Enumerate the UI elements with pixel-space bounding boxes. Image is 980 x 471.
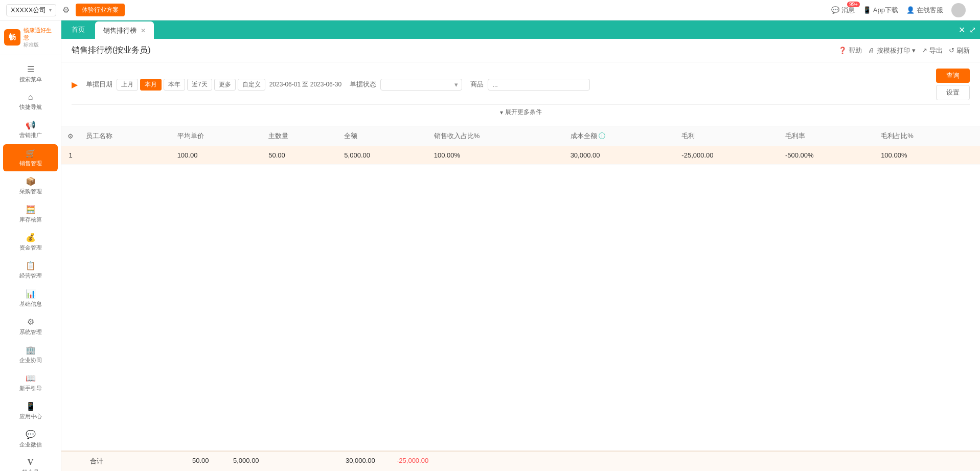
topbar-settings-icon[interactable]: ⚙ <box>60 3 72 17</box>
content-area: 首页 销售排行榜 ✕ ✕ ⤢ 销售排行榜(按业务员) ❓ 帮助 <box>61 20 980 471</box>
expand-row: ▾ 展开更多条件 <box>72 104 970 120</box>
table-area: ⚙ 员工名称 平均单价 主数量 全额 销售收入占比% 成本全额 ⓘ 毛利 毛利率… <box>61 126 980 451</box>
col-sales-pct: 销售收入占比% <box>428 126 564 146</box>
home-icon: ⌂ <box>28 93 33 102</box>
sidebar-item-label: 经营管理 <box>19 272 42 280</box>
online-service-button[interactable]: 👤 在线客服 <box>906 6 943 15</box>
goods-label: 商品 <box>470 80 484 89</box>
row-sales-pct: 100.00% <box>428 146 564 165</box>
date-custom-btn[interactable]: 自定义 <box>238 79 265 91</box>
footer-label: 合计 <box>84 457 145 466</box>
sidebar-item-quick-nav[interactable]: ⌂ 快捷导航 <box>3 88 58 115</box>
trial-button[interactable]: 体验行业方案 <box>76 4 125 16</box>
top-bar: XXXXX公司 ▾ ⚙ 体验行业方案 💬 消息 99+ 📱 App下载 👤 在线… <box>0 0 980 20</box>
tab-bar-actions: ✕ ⤢ <box>959 25 980 35</box>
tab-sales-ranking[interactable]: 销售排行榜 ✕ <box>95 21 154 40</box>
cost-info-icon[interactable]: ⓘ <box>599 132 605 140</box>
tab-label: 销售排行榜 <box>103 26 136 35</box>
help-icon: ❓ <box>838 47 847 54</box>
date-this-year-btn[interactable]: 本年 <box>164 79 185 91</box>
sidebar-item-system[interactable]: ⚙ 系统管理 <box>3 313 58 340</box>
app-download-button[interactable]: 📱 App下载 <box>863 6 898 15</box>
footer-amount: 5,000.00 <box>227 457 278 466</box>
col-settings[interactable]: ⚙ <box>61 126 80 146</box>
status-filter: 单据状态 <box>350 79 462 91</box>
row-amount: 5,000.00 <box>338 146 427 165</box>
col-amount: 全额 <box>338 126 427 146</box>
export-icon: ↗ <box>922 47 927 54</box>
query-button[interactable]: 查询 <box>936 69 970 83</box>
company-name: XXXXX公司 <box>11 6 46 15</box>
setting-button[interactable]: 设置 <box>936 85 970 100</box>
query-btn-area: 查询 设置 <box>936 69 970 100</box>
date-more-btn[interactable]: 更多 <box>214 79 236 91</box>
expand-conditions-button[interactable]: ▾ 展开更多条件 <box>500 108 542 117</box>
sidebar-item-label: 系统管理 <box>19 328 42 336</box>
sidebar-item-wechat[interactable]: 💬 企业微信 <box>3 425 58 453</box>
avatar[interactable] <box>951 3 966 17</box>
print-label: 按模板打印 <box>877 46 910 55</box>
date-btn-group: 上月 本月 本年 近7天 更多 自定义 <box>117 79 265 91</box>
footer-gross: -25,000.00 <box>391 457 442 466</box>
print-button[interactable]: 🖨 按模板打印 ▾ <box>868 46 916 55</box>
col-cost: 成本全额 ⓘ <box>564 126 676 146</box>
sidebar-item-finance[interactable]: 💰 资金管理 <box>3 229 58 256</box>
purchase-icon: 📦 <box>26 176 36 186</box>
date-this-month-btn[interactable]: 本月 <box>140 79 162 91</box>
sidebar-item-label: 企业微信 <box>19 441 42 448</box>
col-gross: 毛利 <box>675 126 779 146</box>
help-button[interactable]: ❓ 帮助 <box>838 46 862 55</box>
sidebar-item-inventory[interactable]: 🧮 库存核算 <box>3 200 58 228</box>
col-avg-price: 平均单价 <box>171 126 263 146</box>
status-select-wrapper <box>380 79 462 91</box>
logo-sub: 标准版 <box>24 41 57 49</box>
sidebar-item-purchase[interactable]: 📦 采购管理 <box>3 172 58 199</box>
sidebar-nav: ☰ 搜索菜单 ⌂ 快捷导航 📢 营销推广 🛒 销售管理 📦 采购管理 🧮 库 <box>0 55 61 471</box>
system-icon: ⚙ <box>27 317 34 327</box>
appstore-icon: 📱 <box>26 401 36 411</box>
expand-icon: ▾ <box>500 109 503 116</box>
page-actions: ❓ 帮助 🖨 按模板打印 ▾ ↗ 导出 ↺ 刷新 <box>838 46 970 55</box>
sidebar-item-enterprise[interactable]: 🏢 企业协同 <box>3 341 58 368</box>
sales-icon: 🛒 <box>26 148 36 158</box>
logo-area: 畅 畅康通好生意 标准版 <box>0 20 61 55</box>
sidebar-item-guide[interactable]: 📖 新手引导 <box>3 369 58 396</box>
date-7days-btn[interactable]: 近7天 <box>187 79 212 91</box>
help-label: 帮助 <box>849 46 862 55</box>
sidebar-item-search-order[interactable]: ☰ 搜索菜单 <box>3 60 58 87</box>
service-icon: 👤 <box>906 6 915 14</box>
sidebar-item-marketing[interactable]: 📢 营销推广 <box>3 116 58 143</box>
refresh-icon: ↺ <box>949 47 954 54</box>
tab-maximize-icon[interactable]: ⤢ <box>969 25 976 35</box>
row-avg-price: 100.00 <box>171 146 263 165</box>
sidebar-item-member[interactable]: V 畅会员 <box>3 454 58 471</box>
page-header: 销售排行榜(按业务员) ❓ 帮助 🖨 按模板打印 ▾ ↗ 导出 <box>61 39 980 62</box>
tab-minimize-icon[interactable]: ✕ <box>959 25 965 35</box>
footer-quantity: 50.00 <box>186 457 227 466</box>
footer-cost: 30,000.00 <box>339 457 391 466</box>
sidebar-item-basic[interactable]: 📊 基础信息 <box>3 285 58 312</box>
refresh-button[interactable]: ↺ 刷新 <box>949 46 970 55</box>
status-select[interactable] <box>380 79 462 91</box>
sidebar-item-label: 应用中心 <box>19 413 42 420</box>
tab-home[interactable]: 首页 <box>61 20 95 39</box>
sidebar-item-label: 销售管理 <box>19 160 42 167</box>
wechat-icon: 💬 <box>26 430 36 439</box>
page-title: 销售排行榜(按业务员) <box>72 45 151 56</box>
export-button[interactable]: ↗ 导出 <box>922 46 943 55</box>
row-gross: -25,000.00 <box>675 146 779 165</box>
sidebar-item-operation[interactable]: 📋 经营管理 <box>3 257 58 284</box>
tab-close-icon[interactable]: ✕ <box>141 27 146 34</box>
sidebar-item-sales[interactable]: 🛒 销售管理 <box>3 144 58 171</box>
footer-settings-cell <box>67 457 84 466</box>
refresh-label: 刷新 <box>956 46 970 55</box>
app-icon: 📱 <box>863 6 871 14</box>
sidebar-item-appstore[interactable]: 📱 应用中心 <box>3 397 58 424</box>
filter-area: ▶ 单据日期 上月 本月 本年 近7天 更多 自定义 2023-06-01 至 … <box>61 62 980 126</box>
date-last-month-btn[interactable]: 上月 <box>117 79 138 91</box>
company-selector[interactable]: XXXXX公司 ▾ <box>6 4 56 16</box>
message-button[interactable]: 💬 消息 99+ <box>831 6 855 15</box>
goods-input[interactable] <box>488 79 590 91</box>
operation-icon: 📋 <box>26 261 36 271</box>
filter-collapse-icon[interactable]: ▶ <box>72 80 78 89</box>
